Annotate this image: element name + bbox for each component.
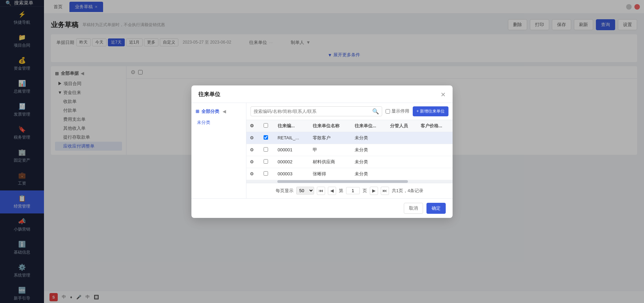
grid-icon-small: ⊞ xyxy=(196,109,199,114)
show-disabled-label[interactable]: 显示停用 xyxy=(386,108,409,114)
row-category-4: 未分类 xyxy=(351,168,387,180)
dialog-pagination: 每页显示 50 100 ⏮ ◀ 第 1 页 ▶ ⏭ 共1页，4条记录 xyxy=(246,183,453,198)
page-number-input[interactable]: 1 xyxy=(346,187,360,194)
row-manager-4 xyxy=(387,168,417,180)
all-category-label: 全部分类 xyxy=(201,108,219,115)
row-code-2: 000001 xyxy=(274,144,310,156)
row-settings-4[interactable]: ⚙ xyxy=(246,168,260,180)
next-page-btn[interactable]: ▶ xyxy=(370,187,378,195)
dialog-sidebar-all-category[interactable]: ⊞ 全部分类 ◀ xyxy=(191,107,246,117)
row-settings-1[interactable]: ⚙ xyxy=(246,132,260,144)
scrollbar-thumb[interactable] xyxy=(277,180,408,183)
cancel-button[interactable]: 取消 xyxy=(404,203,423,214)
col-manager: 分管人员 xyxy=(387,120,417,132)
table-row[interactable]: ⚙ 000002 材料供应商 未分类 xyxy=(246,156,453,168)
col-settings[interactable]: ⚙ xyxy=(246,120,260,132)
row-price-3 xyxy=(417,156,453,168)
table-select-all[interactable] xyxy=(264,123,268,128)
dialog-sidebar-collapse-icon[interactable]: ◀ xyxy=(223,109,226,114)
search-icon-btn[interactable]: 🔍 xyxy=(372,108,379,115)
table-row[interactable]: ⚙ 000001 甲 未分类 xyxy=(246,144,453,156)
dialog-overlay: 往来单位 ✕ ⊞ 全部分类 ◀ 未分类 🔍 xyxy=(0,0,644,303)
table-row[interactable]: ⚙ 000003 张晰得 未分类 xyxy=(246,168,453,180)
per-page-select[interactable]: 50 100 xyxy=(296,187,314,195)
row-checkbox-2[interactable] xyxy=(260,144,274,156)
row-settings-3[interactable]: ⚙ xyxy=(246,156,260,168)
page-word-after: 页 xyxy=(363,188,367,194)
dialog-body: ⊞ 全部分类 ◀ 未分类 🔍 显示停用 xyxy=(191,103,453,198)
row-checkbox-4[interactable] xyxy=(260,168,274,180)
dialog-title: 往来单位 xyxy=(198,91,220,98)
table-row[interactable]: ⚙ RETAIL_... 零散客户 未分类 xyxy=(246,132,453,144)
first-page-btn[interactable]: ⏮ xyxy=(317,187,325,195)
prev-page-btn[interactable]: ◀ xyxy=(328,187,336,195)
dialog-table: ⚙ 往来编... 往来单位名称 往来单位... 分管人员 客户价格... ⚙ xyxy=(246,120,453,180)
search-input[interactable] xyxy=(254,109,370,114)
col-code: 往来编... xyxy=(274,120,310,132)
dialog-content: 🔍 显示停用 + 新增往来单位 ⚙ xyxy=(246,103,453,198)
row-price-4 xyxy=(417,168,453,180)
last-page-btn[interactable]: ⏭ xyxy=(381,187,389,195)
col-category: 往来单位... xyxy=(351,120,387,132)
add-partner-button[interactable]: + 新增往来单位 xyxy=(413,106,448,116)
col-select[interactable] xyxy=(260,120,274,132)
partner-dialog: 往来单位 ✕ ⊞ 全部分类 ◀ 未分类 🔍 xyxy=(191,85,453,218)
horizontal-scrollbar[interactable] xyxy=(246,180,453,183)
row-checkbox-3[interactable] xyxy=(260,156,274,168)
col-price: 客户价格... xyxy=(417,120,453,132)
dialog-sidebar: ⊞ 全部分类 ◀ 未分类 xyxy=(191,103,246,198)
confirm-button[interactable]: 确定 xyxy=(426,203,446,214)
dialog-toolbar: 🔍 显示停用 + 新增往来单位 xyxy=(246,103,453,120)
search-box[interactable]: 🔍 xyxy=(251,106,382,116)
per-page-label: 每页显示 xyxy=(276,188,293,194)
dialog-close-icon[interactable]: ✕ xyxy=(441,91,446,98)
row-checkbox-1[interactable] xyxy=(260,132,274,144)
row-name-1: 零散客户 xyxy=(309,132,351,144)
total-info: 共1页，4条记录 xyxy=(392,188,423,194)
row-name-4: 张晰得 xyxy=(309,168,351,180)
row-code-3: 000002 xyxy=(274,156,310,168)
row-code-1: RETAIL_... xyxy=(274,132,310,144)
col-name: 往来单位名称 xyxy=(309,120,351,132)
row-price-2 xyxy=(417,144,453,156)
row-name-2: 甲 xyxy=(309,144,351,156)
row-manager-2 xyxy=(387,144,417,156)
row-category-1: 未分类 xyxy=(351,132,387,144)
row-manager-1 xyxy=(387,132,417,144)
row-category-3: 未分类 xyxy=(351,156,387,168)
dialog-table-wrap: ⚙ 往来编... 往来单位名称 往来单位... 分管人员 客户价格... ⚙ xyxy=(246,120,453,180)
dialog-footer: 取消 确定 xyxy=(191,198,453,218)
row-settings-2[interactable]: ⚙ xyxy=(246,144,260,156)
row-price-1 xyxy=(417,132,453,144)
page-word-before: 第 xyxy=(339,188,343,194)
row-code-4: 000003 xyxy=(274,168,310,180)
dialog-sidebar-item-未分类[interactable]: 未分类 xyxy=(191,117,246,128)
row-category-2: 未分类 xyxy=(351,144,387,156)
row-manager-3 xyxy=(387,156,417,168)
show-disabled-checkbox[interactable] xyxy=(386,109,390,114)
show-disabled-text: 显示停用 xyxy=(391,108,409,114)
row-name-3: 材料供应商 xyxy=(309,156,351,168)
dialog-header: 往来单位 ✕ xyxy=(191,85,453,103)
